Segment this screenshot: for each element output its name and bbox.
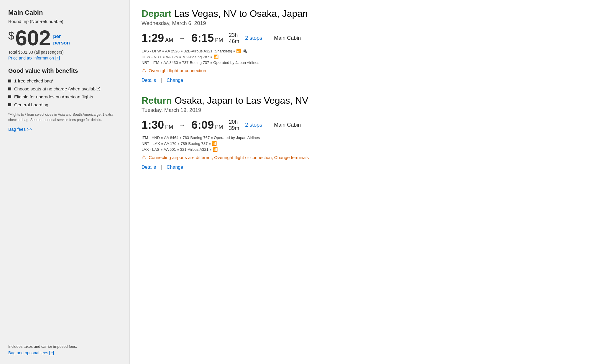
trip-type: Round trip (Non-refundable) bbox=[8, 19, 121, 24]
seg2-route: DFW - NRT bbox=[142, 55, 162, 59]
benefit-text-2: Choose seats at no charge (when availabl… bbox=[14, 86, 101, 91]
ret-seg3-dot3: ■ bbox=[210, 148, 211, 151]
ret-seg1-dot1: ■ bbox=[161, 136, 163, 139]
depart-times-row: 1:29 AM → 6:15 PM 23h 46m 2 stops Main C… bbox=[142, 32, 586, 44]
depart-ampm: AM bbox=[165, 37, 173, 43]
sidebar: Main Cabin Round trip (Non-refundable) $… bbox=[0, 0, 130, 364]
ret-seg2-aircraft: 789-Boeing 787 bbox=[180, 141, 208, 146]
ret-seg2-dot1: ■ bbox=[161, 142, 163, 145]
ret-seg3-dot2: ■ bbox=[177, 148, 179, 151]
depart-duration-block: 23h 46m bbox=[229, 32, 239, 44]
benefit-text-1: 1 free checked bag* bbox=[14, 78, 53, 83]
seg1-dot3: ■ bbox=[233, 49, 235, 53]
price-total: Total $601.33 (all passengers) bbox=[8, 50, 121, 54]
arrive-time: 6:15 bbox=[191, 32, 214, 44]
ret-seg2-flight: AA 170 bbox=[164, 141, 176, 146]
return-segment-1: ITM - HND ■ AA 8464 ■ 763-Boeing 767 ■ O… bbox=[142, 135, 586, 140]
action-separator-2: | bbox=[161, 165, 162, 170]
bullet-icon-2 bbox=[8, 87, 11, 90]
depart-warning-row: ⚠ Overnight flight or connection bbox=[142, 67, 586, 74]
benefit-item-1: 1 free checked bag* bbox=[8, 78, 121, 83]
depart-flight-date: Wednesday, March 6, 2019 bbox=[142, 20, 586, 27]
seg3-operated-by: Operated by Japan Airlines bbox=[213, 60, 259, 65]
benefit-item-4: General boarding bbox=[8, 102, 121, 107]
bag-fees-link[interactable]: Bag fees >> bbox=[8, 127, 121, 132]
seg1-wifi-icon: 📶 bbox=[236, 49, 241, 53]
seg1-power-icon: 🔌 bbox=[242, 49, 247, 53]
return-arrow-icon: → bbox=[179, 121, 185, 129]
return-arrive-ampm: PM bbox=[215, 124, 223, 130]
depart-direction-word: Depart bbox=[142, 8, 171, 19]
seg2-flight: AA 175 bbox=[166, 55, 178, 59]
ret-seg3-dot1: ■ bbox=[161, 148, 162, 151]
depart-segment-1: LAS - DFW ■ AA 2526 ■ 32B-Airbus A321 (S… bbox=[142, 49, 586, 53]
benefit-item-3: Eligible for upgrades on American flight… bbox=[8, 94, 121, 99]
return-direction-word: Return bbox=[142, 95, 172, 106]
seg1-aircraft: 32B-Airbus A321 (Sharklets) bbox=[184, 49, 232, 53]
benefit-item-2: Choose seats at no charge (when availabl… bbox=[8, 86, 121, 91]
ret-seg2-route: NRT - LAX bbox=[142, 141, 160, 146]
return-duration-block: 20h 39m bbox=[229, 119, 239, 131]
depart-time: 1:29 bbox=[142, 32, 164, 44]
seg3-dot3: ■ bbox=[210, 61, 212, 64]
ret-seg1-aircraft: 763-Boeing 767 bbox=[183, 135, 210, 140]
ret-seg1-flight: AA 8464 bbox=[164, 135, 178, 140]
ret-seg3-aircraft: 321-Airbus A321 bbox=[180, 147, 208, 152]
seg1-route: LAS - DFW bbox=[142, 49, 161, 53]
footer-link-label: Bag and optional fees bbox=[8, 350, 48, 355]
bullet-icon-3 bbox=[8, 95, 11, 98]
cabin-title: Main Cabin bbox=[8, 9, 121, 16]
seg2-dot2: ■ bbox=[179, 55, 181, 59]
depart-warning-text: Overnight flight or connection bbox=[149, 68, 206, 73]
benefits-title: Good value with benefits bbox=[8, 67, 121, 74]
arrive-time-block: 6:15 PM bbox=[191, 32, 223, 44]
footer-text: Includes taxes and carrier imposed fees. bbox=[8, 344, 121, 349]
depart-flight-header: Depart Las Vegas, NV to Osaka, Japan Wed… bbox=[142, 8, 586, 27]
ret-seg3-route: LAX - LAS bbox=[142, 147, 160, 152]
depart-cabin-label: Main Cabin bbox=[274, 35, 301, 41]
price-tax-link[interactable]: Price and tax information ↗ bbox=[8, 56, 121, 60]
price-dollar-sign: $ bbox=[8, 30, 14, 42]
ret-seg3-flight: AA 501 bbox=[164, 147, 176, 152]
depart-details-link[interactable]: Details bbox=[142, 78, 156, 83]
return-stops-link[interactable]: 2 stops bbox=[245, 122, 262, 128]
return-segment-3: LAX - LAS ■ AA 501 ■ 321-Airbus A321 ■ 📶 bbox=[142, 147, 586, 152]
benefit-text-4: General boarding bbox=[14, 102, 48, 107]
depart-duration-1: 23h bbox=[229, 32, 238, 38]
ret-seg3-wifi-icon: 📶 bbox=[213, 147, 218, 152]
benefit-text-3: Eligible for upgrades on American flight… bbox=[14, 94, 93, 99]
bag-optional-fees-link[interactable]: Bag and optional fees ↗ bbox=[8, 350, 121, 355]
return-details-link[interactable]: Details bbox=[142, 165, 156, 170]
seg2-aircraft: 789-Boeing 787 bbox=[182, 55, 209, 59]
depart-change-link[interactable]: Change bbox=[167, 78, 183, 83]
return-warning-row: ⚠ Connecting airports are different, Ove… bbox=[142, 154, 586, 161]
main-content: Depart Las Vegas, NV to Osaka, Japan Wed… bbox=[130, 0, 598, 364]
return-flight-date: Tuesday, March 19, 2019 bbox=[142, 107, 586, 113]
return-change-link[interactable]: Change bbox=[167, 165, 183, 170]
ret-seg1-dot3: ■ bbox=[211, 136, 213, 139]
depart-stops-link[interactable]: 2 stops bbox=[245, 35, 262, 41]
footer-external-icon: ↗ bbox=[49, 351, 54, 355]
ret-seg1-operated-by: Operated by Japan Airlines bbox=[214, 135, 260, 140]
footnote: *Flights to / from select cities in Asia… bbox=[8, 112, 121, 123]
flight-divider bbox=[142, 89, 586, 89]
return-times-row: 1:30 PM → 6:09 PM 20h 39m 2 stops Main C… bbox=[142, 119, 586, 131]
return-duration-1: 20h bbox=[229, 119, 238, 125]
depart-time-block: 1:29 AM bbox=[142, 32, 173, 44]
bullet-icon-1 bbox=[8, 80, 11, 82]
return-depart-ampm: PM bbox=[165, 124, 173, 130]
return-arrive-time: 6:09 bbox=[191, 119, 214, 131]
seg1-flight: AA 2526 bbox=[165, 49, 180, 53]
seg3-dot1: ■ bbox=[160, 61, 162, 64]
return-actions-row: Details | Change bbox=[142, 165, 586, 170]
seg2-dot1: ■ bbox=[163, 55, 165, 59]
seg3-route: NRT - ITM bbox=[142, 60, 159, 65]
arrive-ampm: PM bbox=[215, 37, 223, 43]
seg2-dot3: ■ bbox=[210, 55, 212, 59]
seg1-dot1: ■ bbox=[162, 49, 164, 53]
return-flight-section: Return Osaka, Japan to Las Vegas, NV Tue… bbox=[142, 95, 586, 170]
seg2-wifi-icon: 📶 bbox=[213, 54, 218, 59]
return-flight-title: Return Osaka, Japan to Las Vegas, NV bbox=[142, 95, 586, 106]
seg3-dot2: ■ bbox=[179, 61, 181, 64]
ext-link-icon: ↗ bbox=[55, 56, 60, 60]
